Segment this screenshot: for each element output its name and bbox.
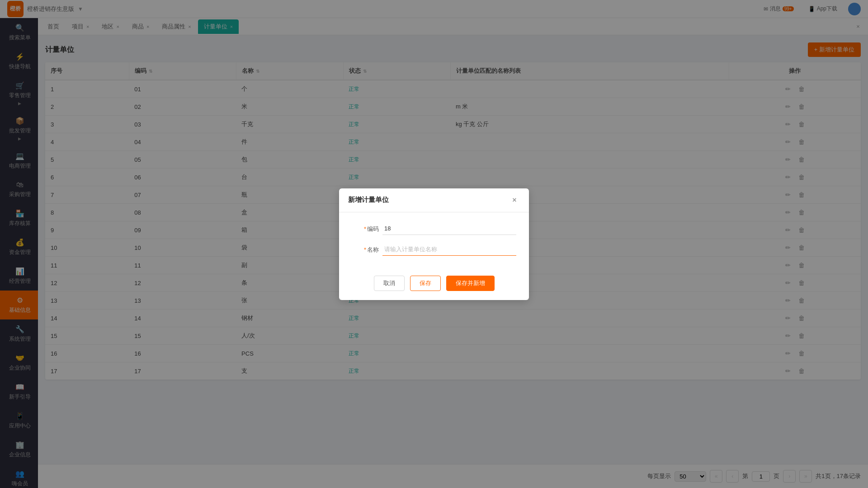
name-form-row: *名称 — [352, 244, 516, 256]
save-and-new-button[interactable]: 保存并新增 — [446, 276, 495, 291]
code-input[interactable] — [382, 223, 516, 235]
modal-footer: 取消 保存 保存并新增 — [339, 272, 529, 300]
code-label: *编码 — [352, 225, 379, 233]
save-button[interactable]: 保存 — [410, 276, 441, 291]
code-form-row: *编码 — [352, 223, 516, 235]
modal-header: 新增计量单位 × — [339, 188, 529, 212]
cancel-button[interactable]: 取消 — [374, 276, 405, 291]
required-star: * — [364, 225, 366, 232]
name-label: *名称 — [352, 246, 379, 254]
modal-title: 新增计量单位 — [348, 196, 389, 204]
modal-close-button[interactable]: × — [509, 195, 520, 206]
modal-body: *编码 *名称 — [339, 212, 529, 272]
name-input[interactable] — [382, 244, 516, 256]
add-unit-modal: 新增计量单位 × *编码 *名称 取消 保存 保存并新增 — [339, 188, 529, 300]
modal-overlay[interactable]: 新增计量单位 × *编码 *名称 取消 保存 保存并新增 — [0, 0, 868, 488]
required-star: * — [364, 246, 366, 253]
